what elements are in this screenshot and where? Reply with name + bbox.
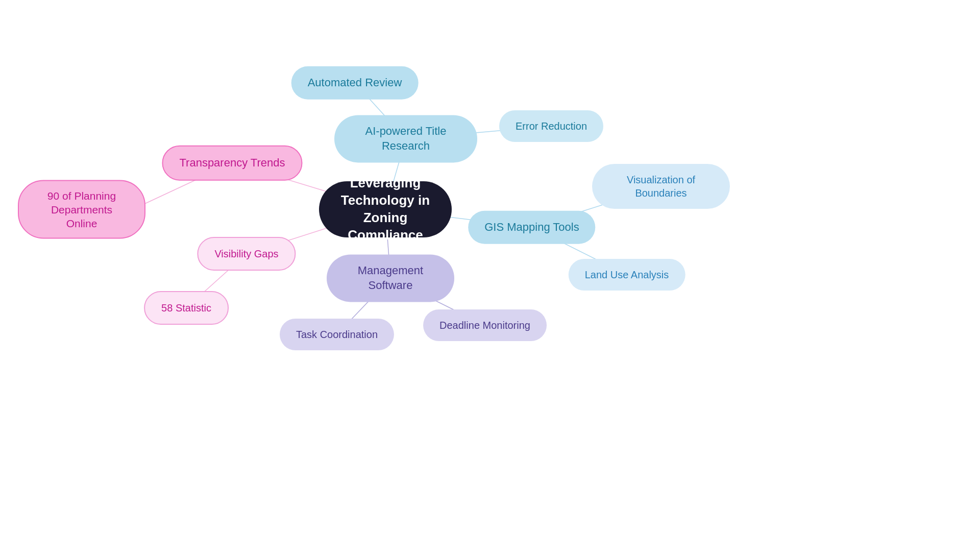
visibility-gaps-label: Visibility Gaps (214, 247, 278, 260)
management-sw-label: Management Software (343, 263, 438, 293)
planning-online-label: 90 of Planning Departments Online (35, 188, 128, 230)
land-use-node: Land Use Analysis (569, 259, 685, 291)
viz-boundaries-label: Visualization of Boundaries (608, 173, 714, 200)
viz-boundaries-node: Visualization of Boundaries (592, 164, 730, 209)
statistic-node: 58 Statistic (144, 291, 229, 325)
error-reduction-label: Error Reduction (516, 119, 587, 133)
planning-online-node: 90 of Planning Departments Online (18, 180, 145, 239)
statistic-label: 58 Statistic (161, 301, 211, 315)
center-node: Leveraging Technology in Zoning Complian… (319, 181, 452, 237)
ai-title-node: AI-powered Title Research (334, 115, 477, 162)
visibility-gaps-node: Visibility Gaps (197, 237, 296, 271)
task-coord-node: Task Coordination (280, 319, 394, 350)
transparency-label: Transparency Trends (179, 156, 285, 171)
task-coord-label: Task Coordination (296, 328, 378, 341)
center-label: Leveraging Technology in Zoning Complian… (335, 175, 435, 244)
connection-lines (0, 0, 980, 553)
gis-tools-node: GIS Mapping Tools (468, 211, 595, 244)
management-sw-node: Management Software (327, 254, 454, 302)
automated-review-label: Automated Review (308, 76, 402, 90)
deadline-label: Deadline Monitoring (439, 319, 530, 332)
deadline-node: Deadline Monitoring (423, 309, 547, 341)
ai-title-label: AI-powered Title Research (351, 124, 461, 153)
gis-tools-label: GIS Mapping Tools (484, 220, 579, 235)
error-reduction-node: Error Reduction (499, 110, 603, 142)
automated-review-node: Automated Review (291, 66, 419, 100)
transparency-node: Transparency Trends (162, 146, 302, 181)
land-use-label: Land Use Analysis (585, 268, 669, 281)
